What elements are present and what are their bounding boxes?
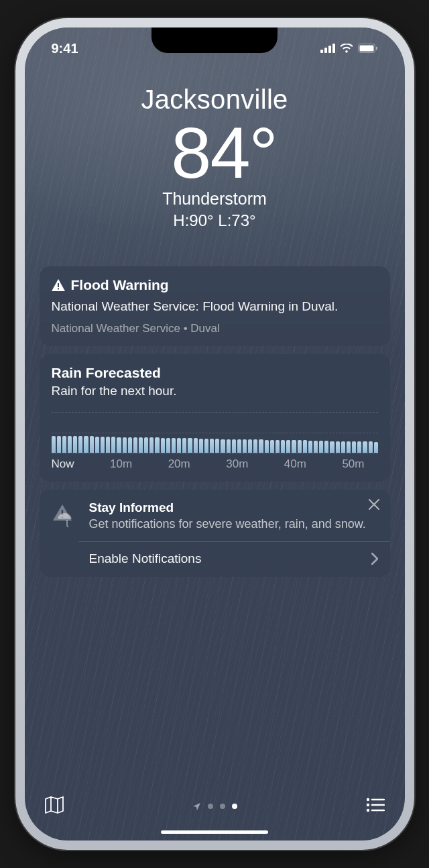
precipitation-bar <box>363 441 367 453</box>
precipitation-bar <box>161 438 165 453</box>
device-notch <box>151 28 278 53</box>
precipitation-bar <box>352 441 356 453</box>
enable-notifications-row[interactable]: Enable Notifications <box>89 542 378 566</box>
precipitation-bar <box>232 439 236 453</box>
enable-notifications-label: Enable Notifications <box>89 551 202 566</box>
precipitation-bar <box>253 439 257 453</box>
home-indicator[interactable] <box>161 830 268 834</box>
precipitation-bar <box>357 441 361 453</box>
svg-rect-6 <box>376 47 377 50</box>
precipitation-bar <box>194 438 198 453</box>
alert-title: Flood Warning <box>71 277 169 293</box>
rain-forecast-card[interactable]: Rain Forecasted Rain for the next hour. … <box>40 354 390 482</box>
precipitation-bar <box>336 441 340 453</box>
time-label: Now <box>52 457 74 471</box>
location-arrow-icon <box>192 802 201 811</box>
page-dot <box>208 804 213 809</box>
precipitation-bar <box>221 439 225 453</box>
weather-alert-card[interactable]: Flood Warning National Weather Service: … <box>40 266 390 346</box>
cards-container: Flood Warning National Weather Service: … <box>25 266 405 577</box>
condition-label: Thunderstorm <box>25 189 405 209</box>
page-dot-active <box>232 804 237 809</box>
svg-rect-1 <box>324 48 327 53</box>
cellular-icon <box>320 44 335 53</box>
inform-header: Stay Informed Get notifications for seve… <box>52 500 378 532</box>
precipitation-bar <box>155 437 159 453</box>
high-low-label: H:90° L:73° <box>25 211 405 230</box>
alert-source: National Weather Service • Duval <box>52 322 378 335</box>
precipitation-bar <box>347 441 351 453</box>
precipitation-bar <box>215 439 219 453</box>
page-dot <box>220 804 225 809</box>
phone-frame: 9:41 Jacksonville 84° Thunderstorm H:90°… <box>15 18 414 850</box>
precipitation-bar <box>341 441 345 453</box>
svg-point-14 <box>366 809 369 812</box>
precipitation-bar <box>95 437 99 453</box>
precipitation-bar <box>270 440 274 453</box>
map-icon <box>45 796 64 814</box>
alert-header: Flood Warning <box>52 277 378 293</box>
precipitation-bar <box>237 439 241 453</box>
svg-point-12 <box>366 798 369 801</box>
precipitation-bar <box>149 437 154 453</box>
close-icon <box>369 499 379 510</box>
precipitation-bar <box>52 436 56 453</box>
page-indicator[interactable] <box>192 802 237 811</box>
svg-rect-5 <box>359 46 373 52</box>
precipitation-bar <box>227 439 231 453</box>
precipitation-bar <box>374 442 378 453</box>
battery-icon <box>358 44 378 53</box>
time-label: 40m <box>284 457 306 471</box>
precipitation-bar <box>281 440 285 453</box>
precipitation-bar <box>78 436 82 453</box>
precipitation-bar <box>369 441 373 453</box>
precipitation-bar <box>265 440 269 453</box>
svg-rect-0 <box>320 50 323 53</box>
locations-list-button[interactable] <box>366 798 385 815</box>
svg-point-13 <box>366 804 369 806</box>
precipitation-bar <box>123 437 127 453</box>
precipitation-bar <box>199 439 203 453</box>
precipitation-bar <box>172 438 176 453</box>
svg-rect-8 <box>58 288 59 289</box>
svg-rect-2 <box>328 46 331 53</box>
time-label: 10m <box>110 457 132 471</box>
bottom-toolbar <box>25 796 405 816</box>
precipitation-bar <box>314 441 318 453</box>
chevron-right-icon <box>371 553 378 565</box>
precipitation-chart <box>52 412 378 453</box>
warning-triangle-icon <box>52 279 65 292</box>
precipitation-bar <box>182 438 186 453</box>
rain-card-title: Rain Forecasted <box>52 365 378 381</box>
status-time: 9:41 <box>52 41 78 56</box>
time-label: 30m <box>226 457 248 471</box>
precipitation-bar <box>303 440 307 453</box>
close-button[interactable] <box>369 499 379 512</box>
precipitation-bar <box>292 440 296 453</box>
time-label: 20m <box>168 457 190 471</box>
inform-title: Stay Informed <box>89 500 378 515</box>
precipitation-bar <box>62 436 66 453</box>
location-name: Jacksonville <box>25 85 405 115</box>
precipitation-bar <box>319 441 323 453</box>
svg-rect-7 <box>58 283 59 287</box>
precipitation-bar <box>177 438 181 453</box>
precipitation-bar <box>133 437 137 453</box>
precipitation-bar <box>275 440 280 453</box>
map-button[interactable] <box>45 796 64 816</box>
precipitation-bar <box>188 438 192 453</box>
precipitation-time-labels: Now10m20m30m40m50m <box>52 457 378 471</box>
precipitation-bar <box>330 441 334 453</box>
weather-content[interactable]: Jacksonville 84° Thunderstorm H:90° L:73… <box>25 28 405 840</box>
precipitation-bar <box>204 439 208 453</box>
svg-rect-3 <box>332 44 335 53</box>
precipitation-bar <box>324 441 328 453</box>
inform-icon-wrap <box>52 500 78 532</box>
precipitation-bar <box>101 437 105 453</box>
precipitation-bar <box>84 436 88 453</box>
precipitation-bar <box>286 440 290 453</box>
stay-informed-card: Stay Informed Get notifications for seve… <box>40 490 390 577</box>
alert-umbrella-icon <box>52 503 78 527</box>
inform-body: Get notifications for severe weather, ra… <box>89 517 378 532</box>
time-label: 50m <box>342 457 364 471</box>
